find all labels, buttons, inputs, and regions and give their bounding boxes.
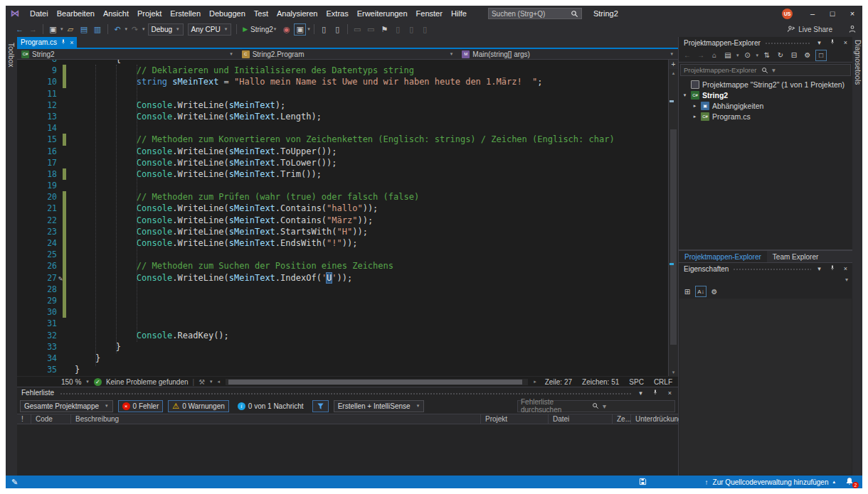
- notifications-button[interactable]: 2: [845, 477, 857, 487]
- window-position-icon[interactable]: ▾: [815, 265, 823, 272]
- code-line-26[interactable]: 26// Methoden zum Suchen der Position ei…: [17, 260, 668, 272]
- close-icon[interactable]: ×: [666, 390, 674, 397]
- window-position-icon[interactable]: ▾: [637, 390, 645, 397]
- menu-fenster[interactable]: Fenster: [412, 7, 447, 20]
- scroll-up-icon[interactable]: ▴: [669, 69, 678, 77]
- code-line-25[interactable]: 25: [17, 249, 668, 260]
- bookmark-prev-icon[interactable]: ▯: [392, 23, 404, 36]
- code-line-32[interactable]: 32Console.ReadKey();: [17, 330, 668, 341]
- code-line-33[interactable]: 33}: [17, 341, 668, 353]
- properties-title-bar[interactable]: Eigenschaften ▾ ×: [679, 263, 852, 274]
- home-icon[interactable]: ⌂: [709, 50, 720, 61]
- code-line-16[interactable]: 16Console.WriteLine(sMeinText.ToUpper())…: [17, 146, 668, 157]
- menu-erweiterungen[interactable]: Erweiterungen: [353, 7, 412, 20]
- tree-item-string2[interactable]: ▾C#String2: [679, 90, 852, 100]
- tree-item-program-cs[interactable]: ▸C#Program.cs: [679, 111, 852, 122]
- preview-window-icon[interactable]: ▣: [294, 23, 306, 36]
- hscroll-left-icon[interactable]: ◂: [218, 379, 221, 385]
- splitter-handle-icon[interactable]: +: [669, 60, 678, 69]
- tree-collapsed-icon[interactable]: ▸: [692, 114, 698, 119]
- code-line-30[interactable]: 30: [17, 306, 668, 318]
- code-line-24[interactable]: 24Console.WriteLine(sMeinText.EndsWith("…: [17, 237, 668, 249]
- pin-icon[interactable]: [827, 39, 837, 46]
- code-line-10[interactable]: 10string sMeinText = "Hallo mein Name is…: [17, 76, 668, 87]
- code-line-31[interactable]: 31: [17, 318, 668, 329]
- back-icon[interactable]: ←: [682, 50, 693, 61]
- tab-team-explorer[interactable]: Team Explorer: [767, 251, 824, 262]
- collapse-all-icon[interactable]: ⊟: [788, 50, 800, 61]
- maximize-button[interactable]: □: [822, 6, 842, 21]
- code-line-14[interactable]: 14: [17, 122, 668, 134]
- horizontal-scrollbar[interactable]: [226, 379, 528, 385]
- navigate-forward-icon[interactable]: →: [27, 23, 39, 36]
- tab-solution-explorer[interactable]: Projektmappen-Explorer: [679, 251, 767, 262]
- code-line-28[interactable]: 28: [17, 284, 668, 295]
- hscroll-right-icon[interactable]: ▸: [534, 379, 536, 385]
- navigate-back-icon[interactable]: ←: [14, 23, 26, 36]
- code-line-18[interactable]: 18Console.WriteLine(sMeinText.Trim());: [17, 168, 668, 180]
- zoom-level-dropdown[interactable]: 150 %: [61, 378, 81, 386]
- feedback-icon[interactable]: [848, 25, 857, 33]
- code-line-35[interactable]: 35}: [17, 364, 668, 375]
- code-line-27[interactable]: 27✎Console.WriteLine(sMeinText.IndexOf('…: [17, 272, 668, 284]
- tree-item-projektmappe-string2-1-von-1-projekten[interactable]: Projektmappe "String2" (1 von 1 Projekte…: [679, 79, 852, 90]
- menu-extras[interactable]: Extras: [322, 7, 352, 20]
- breadcrumb-member-dropdown[interactable]: M Main(string[] args) ▾: [457, 49, 678, 59]
- bookmark-icon[interactable]: ⚑: [379, 23, 391, 36]
- close-button[interactable]: ×: [842, 6, 862, 21]
- breadcrumb-project-dropdown[interactable]: C# String2 ▾: [17, 49, 238, 59]
- pin-icon[interactable]: [60, 39, 66, 46]
- solution-explorer-title-bar[interactable]: Projektmappen-Explorer ▾ ×: [679, 37, 852, 48]
- properties-object-dropdown[interactable]: ▾: [679, 274, 852, 284]
- code-line-8[interactable]: 8{: [17, 60, 668, 65]
- save-icon[interactable]: ▤: [78, 23, 90, 36]
- quick-search-box[interactable]: Suchen (Strg+Q): [488, 8, 582, 19]
- refresh-icon[interactable]: ↻: [775, 50, 786, 61]
- diagnostics-tools-tab[interactable]: Diagnosetools: [852, 38, 863, 86]
- solution-explorer-search-box[interactable]: Projektmappen-Explorer durchsuchen (Strg…: [680, 64, 851, 76]
- code-line-36[interactable]: 36: [17, 375, 668, 376]
- code-line-20[interactable]: 20// Methoden zum Prüfen (wahr (true) od…: [17, 191, 668, 203]
- tab-program-cs[interactable]: Program.cs ×: [17, 37, 77, 48]
- scroll-down-icon[interactable]: ▾: [669, 368, 678, 376]
- errors-filter-button[interactable]: × 0 Fehler: [118, 400, 164, 412]
- tree-item-abh-ngigkeiten[interactable]: ▸▣Abhängigkeiten: [679, 100, 852, 111]
- find-in-files-icon[interactable]: ▯: [318, 23, 330, 36]
- problems-status[interactable]: Keine Probleme gefunden: [106, 378, 189, 386]
- column-header-ze[interactable]: Ze...: [613, 414, 631, 424]
- code-line-13[interactable]: 13Console.WriteLine(sMeinText.Length);: [17, 111, 668, 122]
- close-icon[interactable]: ×: [842, 265, 850, 272]
- code-line-9[interactable]: 9// Deklarieren und Initialisieren des D…: [17, 65, 668, 76]
- code-line-11[interactable]: 11: [17, 88, 668, 100]
- code-cleanup-icon[interactable]: ⚒: [199, 378, 205, 386]
- code-line-12[interactable]: 12Console.WriteLine(sMeinText);: [17, 100, 668, 111]
- show-all-files-icon[interactable]: □: [815, 50, 827, 61]
- pending-changes-filter-icon[interactable]: ⊙: [742, 50, 753, 61]
- window-position-icon[interactable]: ▾: [815, 39, 823, 46]
- undo-icon[interactable]: ↶: [112, 23, 124, 36]
- column-header-datei[interactable]: Datei: [549, 414, 613, 424]
- menu-erstellen[interactable]: Erstellen: [166, 7, 205, 20]
- user-avatar[interactable]: US: [782, 9, 793, 19]
- start-debugging-button[interactable]: ▶ String2 ▾: [240, 23, 280, 36]
- properties-wrench-icon[interactable]: ⚙: [802, 50, 813, 61]
- bookmark-clear-icon[interactable]: ▯: [419, 23, 431, 36]
- platform-dropdown[interactable]: Any CPU▾: [188, 23, 232, 36]
- tree-collapsed-icon[interactable]: ▸: [692, 103, 698, 109]
- forward-icon[interactable]: →: [695, 50, 706, 61]
- property-pages-icon[interactable]: ⚙: [709, 286, 720, 297]
- hot-reload-icon[interactable]: ◉: [280, 23, 292, 36]
- menu-hilfe[interactable]: Hilfe: [447, 7, 471, 20]
- categorized-icon[interactable]: ⊞: [682, 286, 693, 297]
- code-line-29[interactable]: 29: [17, 295, 668, 306]
- line-ending-indicator[interactable]: CRLF: [654, 378, 672, 386]
- menu-test[interactable]: Test: [250, 7, 272, 20]
- save-all-icon[interactable]: ▥: [92, 23, 104, 36]
- tab-close-icon[interactable]: ×: [70, 39, 73, 46]
- sync-with-active-document-icon[interactable]: ⇅: [761, 50, 773, 61]
- close-icon[interactable]: ×: [842, 39, 850, 46]
- scope-dropdown[interactable]: Gesamte Projektmappe▾: [20, 400, 113, 412]
- configuration-dropdown[interactable]: Debug▾: [148, 23, 184, 36]
- menu-datei[interactable]: Datei: [26, 7, 53, 20]
- minimize-button[interactable]: –: [803, 6, 822, 21]
